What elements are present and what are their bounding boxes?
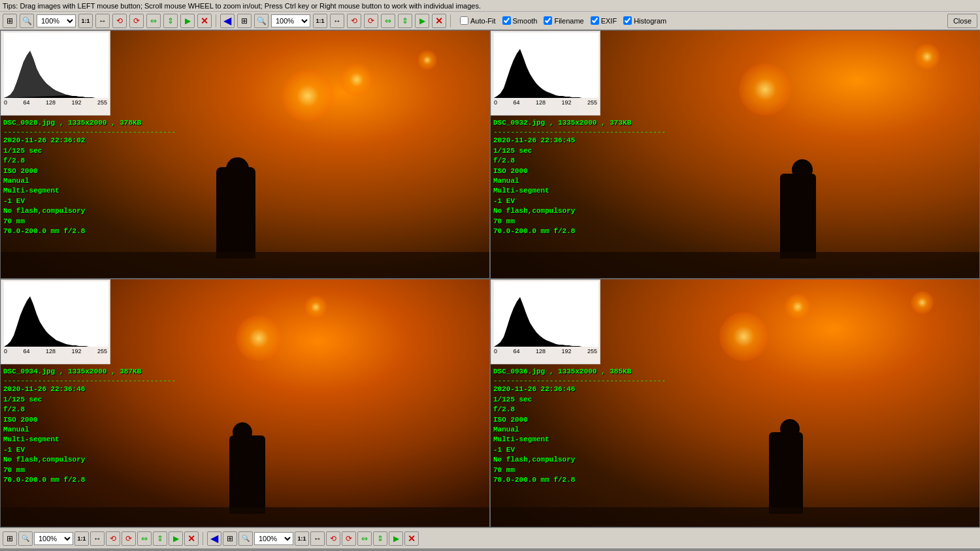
flip-h-bot-right[interactable]: ⇔ <box>357 531 372 546</box>
smooth-checkbox[interactable] <box>502 16 511 25</box>
zoom-select-bot-left[interactable]: 100% 50% 200% <box>34 532 73 545</box>
smooth-label: Smooth <box>513 17 538 25</box>
ground-2 <box>491 252 979 278</box>
zoom-out-btn-right[interactable]: 🔍 <box>254 14 269 28</box>
rotate-left-btn[interactable]: ⟲ <box>112 14 127 28</box>
silhouette-head-2 <box>792 159 813 180</box>
next-bot-left[interactable]: ▶ <box>169 531 183 546</box>
zoom-reset-btn-right[interactable]: 1:1 <box>313 14 327 28</box>
close-x-btn-left[interactable]: ✕ <box>197 14 212 28</box>
smooth-checkbox-label[interactable]: Smooth <box>502 16 538 25</box>
exif-checkbox[interactable] <box>591 16 599 25</box>
ground-3 <box>1 507 489 527</box>
zoom-fit-btn[interactable]: ⊞ <box>3 14 17 28</box>
fit-btn-bot-left[interactable]: ↔ <box>90 531 105 546</box>
separator <box>216 14 216 27</box>
zoom-out-btn-bot-right[interactable]: 🔍 <box>238 531 253 546</box>
zoom-select-top-left[interactable]: 100% 50% 200% <box>37 14 76 27</box>
rotate-left-btn-right[interactable]: ⟲ <box>347 14 361 28</box>
flip-v-btn-right[interactable]: ⇕ <box>398 14 412 28</box>
ground-1 <box>1 252 489 278</box>
zoom-1-1-bot-left[interactable]: 1:1 <box>74 531 89 546</box>
glow-8 <box>719 312 768 361</box>
fit-btn-bot-right[interactable]: ↔ <box>310 531 325 546</box>
image-panel-3[interactable]: 0 64 128 192 255 DSC_0934.jpg , 1335x200… <box>0 279 490 527</box>
filename-checkbox[interactable] <box>544 16 552 25</box>
silhouette-2 <box>780 174 816 259</box>
zoom-fit-btn-bot-left[interactable]: ⊞ <box>3 531 17 546</box>
prev-btn[interactable]: ▶ <box>180 14 195 28</box>
histogram-1: 0 64 128 192 255 <box>1 31 110 116</box>
rotate-r-bot-right[interactable]: ⟳ <box>342 531 356 546</box>
zoom-select-top-right[interactable]: 100% 50% 200% <box>271 14 310 27</box>
zoom-select-bot-right[interactable]: 100% 50% 200% <box>254 532 293 545</box>
histogram-checkbox[interactable] <box>623 16 632 25</box>
histogram-svg-2 <box>494 33 598 98</box>
flip-h-btn-right[interactable]: ⇔ <box>381 14 395 28</box>
close-x-btn-right[interactable]: ✕ <box>432 14 446 28</box>
rotate-l-bot-right[interactable]: ⟲ <box>326 531 340 546</box>
nav-left-arrow[interactable]: ◀ <box>220 14 235 28</box>
close-button[interactable]: Close <box>947 14 977 28</box>
close-bot-right[interactable]: ✕ <box>404 531 419 546</box>
glow-2 <box>340 63 373 96</box>
zoom-out-btn-bot-left[interactable]: 🔍 <box>18 531 33 546</box>
image-panel-1[interactable]: 0 64 128 192 255 DSC_0928.jpg , 1335x200… <box>0 30 490 279</box>
autofit-checkbox[interactable] <box>460 16 468 25</box>
zoom-fit-btn-right[interactable]: ⊞ <box>237 14 252 28</box>
silhouette-head-1 <box>226 157 249 180</box>
rotate-l-bot-left[interactable]: ⟲ <box>106 531 120 546</box>
flip-v-btn[interactable]: ⇕ <box>163 14 178 28</box>
histogram-label: Histogram <box>634 17 666 25</box>
rotate-right-btn-right[interactable]: ⟳ <box>364 14 378 28</box>
zoom-reset-btn[interactable]: 1:1 <box>78 14 93 28</box>
histogram-svg-1 <box>4 33 108 98</box>
histogram-svg-4 <box>494 281 598 347</box>
top-toolbar: ⊞ 🔍 100% 50% 200% 1:1 ↔ ⟲ ⟳ ⇔ ⇕ ▶ ✕ ◀ ⊞ … <box>0 12 980 30</box>
exif-checkbox-label[interactable]: EXIF <box>591 16 617 25</box>
glow-10 <box>911 291 934 314</box>
close-bot-left[interactable]: ✕ <box>184 531 199 546</box>
filename-label: Filename <box>554 17 583 25</box>
image-panel-4[interactable]: 0 64 128 192 255 DSC_0936.jpg , 1335x200… <box>490 279 980 527</box>
silhouette-head-3 <box>233 422 252 442</box>
filename-checkbox-label[interactable]: Filename <box>544 16 583 25</box>
flip-h-btn[interactable]: ⇔ <box>146 14 161 28</box>
zoom-fit-btn-bot-right[interactable]: ⊞ <box>223 531 237 546</box>
tips-text: Tips: Drag images with LEFT mouse button… <box>3 2 481 10</box>
fit-btn-right[interactable]: ↔ <box>330 14 344 28</box>
checkbox-group: Auto-Fit Smooth Filename EXIF Histogram <box>460 16 666 25</box>
rotate-right-btn[interactable]: ⟳ <box>129 14 144 28</box>
rotate-r-bot-left[interactable]: ⟳ <box>122 531 136 546</box>
prev-btn-right[interactable]: ▶ <box>415 14 429 28</box>
separator-bot <box>203 532 203 545</box>
nav-arrow-bot[interactable]: ◀ <box>207 531 221 546</box>
flip-v-bot-left[interactable]: ⇕ <box>153 531 167 546</box>
tips-bar: Tips: Drag images with LEFT mouse button… <box>0 0 980 12</box>
autofit-checkbox-label[interactable]: Auto-Fit <box>460 16 496 25</box>
exif-label: EXIF <box>601 17 617 25</box>
zoom-1-1-bot-right[interactable]: 1:1 <box>295 531 309 546</box>
main-content: 0 64 128 192 255 DSC_0928.jpg , 1335x200… <box>0 30 980 527</box>
fit-btn[interactable]: ↔ <box>95 14 110 28</box>
silhouette-3 <box>229 435 265 514</box>
histogram-4: 0 64 128 192 255 <box>491 279 600 364</box>
glow-6 <box>236 315 282 361</box>
flip-h-bot-left[interactable]: ⇔ <box>137 531 152 546</box>
glow-7 <box>304 296 327 319</box>
bottom-toolbar: ⊞ 🔍 100% 50% 200% 1:1 ↔ ⟲ ⟳ ⇔ ⇕ ▶ ✕ ◀ ⊞ … <box>0 527 980 548</box>
histogram-labels-3: 0 64 128 192 255 <box>1 348 110 354</box>
flip-v-bot-right[interactable]: ⇕ <box>373 531 387 546</box>
silhouette-4 <box>769 432 803 514</box>
separator2 <box>450 14 451 27</box>
image-panel-2[interactable]: 0 64 128 192 255 DSC_0932.jpg , 1335x200… <box>490 30 980 279</box>
next-bot-right[interactable]: ▶ <box>389 531 403 546</box>
glow-4 <box>739 63 791 116</box>
histogram-svg-3 <box>4 281 108 347</box>
histogram-2: 0 64 128 192 255 <box>491 31 600 116</box>
zoom-out-btn[interactable]: 🔍 <box>20 14 34 28</box>
glow-5 <box>914 44 940 70</box>
histogram-checkbox-label[interactable]: Histogram <box>623 16 666 25</box>
histogram-3: 0 64 128 192 255 <box>1 279 110 364</box>
autofit-label: Auto-Fit <box>470 17 496 25</box>
